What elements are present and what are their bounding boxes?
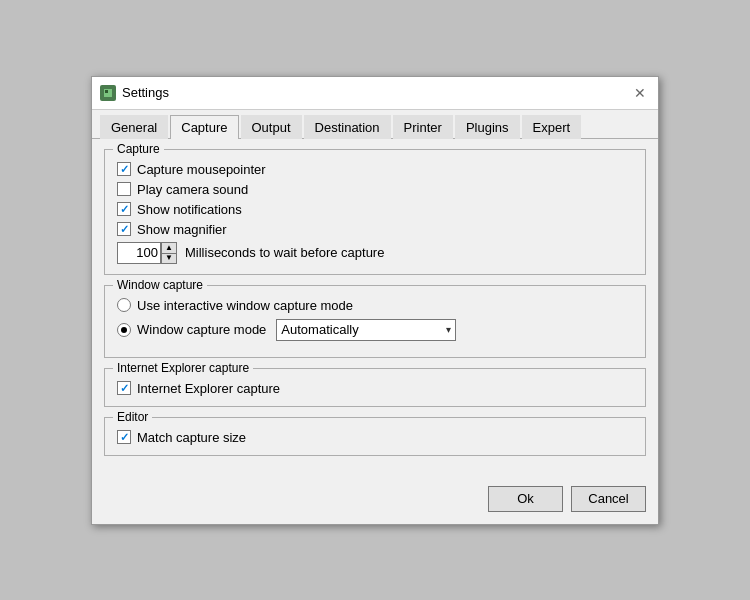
window-capture-mode-label: Window capture mode (137, 322, 266, 337)
tab-content: Capture Capture mousepointer Play camera… (92, 139, 658, 478)
ie-capture-label: Internet Explorer capture (137, 381, 280, 396)
close-button[interactable]: ✕ (630, 83, 650, 103)
ie-capture-options: Internet Explorer capture (117, 381, 633, 396)
dropdown-value: Automatically (281, 322, 442, 337)
dialog-footer: Ok Cancel (92, 478, 658, 524)
tab-expert[interactable]: Expert (522, 115, 582, 139)
tab-printer[interactable]: Printer (393, 115, 453, 139)
tab-capture[interactable]: Capture (170, 115, 238, 139)
capture-section-label: Capture (113, 142, 164, 156)
tab-bar: General Capture Output Destination Print… (92, 110, 658, 139)
interactive-capture-radio[interactable] (117, 298, 131, 312)
capture-mousepointer-checkbox[interactable] (117, 162, 131, 176)
ie-capture-row: Internet Explorer capture (117, 381, 633, 396)
window-capture-mode-row: Window capture mode Automatically ▾ (117, 319, 633, 341)
match-capture-size-label: Match capture size (137, 430, 246, 445)
svg-rect-2 (105, 90, 108, 93)
play-camera-sound-row: Play camera sound (117, 182, 633, 197)
tab-general[interactable]: General (100, 115, 168, 139)
tab-destination[interactable]: Destination (304, 115, 391, 139)
settings-window: Settings ✕ General Capture Output Destin… (91, 76, 659, 525)
tab-output[interactable]: Output (241, 115, 302, 139)
show-magnifier-label: Show magnifier (137, 222, 227, 237)
spinner-buttons: ▲ ▼ (161, 242, 177, 264)
milliseconds-label: Milliseconds to wait before capture (185, 245, 384, 260)
editor-section-label: Editor (113, 410, 152, 424)
match-capture-size-row: Match capture size (117, 430, 633, 445)
capture-mousepointer-label: Capture mousepointer (137, 162, 266, 177)
capture-mousepointer-row: Capture mousepointer (117, 162, 633, 177)
play-camera-sound-label: Play camera sound (137, 182, 248, 197)
window-capture-options: Use interactive window capture mode Wind… (117, 298, 633, 341)
capture-section: Capture Capture mousepointer Play camera… (104, 149, 646, 275)
interactive-capture-row: Use interactive window capture mode (117, 298, 633, 313)
ie-capture-section: Internet Explorer capture Internet Explo… (104, 368, 646, 407)
window-capture-mode-dropdown[interactable]: Automatically ▾ (276, 319, 456, 341)
window-capture-mode-radio[interactable] (117, 323, 131, 337)
ie-capture-section-label: Internet Explorer capture (113, 361, 253, 375)
milliseconds-input[interactable] (117, 242, 161, 264)
ie-capture-checkbox[interactable] (117, 381, 131, 395)
show-notifications-checkbox[interactable] (117, 202, 131, 216)
window-title: Settings (122, 85, 630, 100)
match-capture-size-checkbox[interactable] (117, 430, 131, 444)
play-camera-sound-checkbox[interactable] (117, 182, 131, 196)
titlebar: Settings ✕ (92, 77, 658, 110)
interactive-capture-label: Use interactive window capture mode (137, 298, 353, 313)
show-notifications-row: Show notifications (117, 202, 633, 217)
show-magnifier-row: Show magnifier (117, 222, 633, 237)
app-icon (100, 85, 116, 101)
cancel-button[interactable]: Cancel (571, 486, 646, 512)
milliseconds-row: ▲ ▼ Milliseconds to wait before capture (117, 242, 633, 264)
show-notifications-label: Show notifications (137, 202, 242, 217)
tab-plugins[interactable]: Plugins (455, 115, 520, 139)
editor-options: Match capture size (117, 430, 633, 445)
window-capture-section-label: Window capture (113, 278, 207, 292)
show-magnifier-checkbox[interactable] (117, 222, 131, 236)
spinner-down-button[interactable]: ▼ (161, 253, 177, 264)
editor-section: Editor Match capture size (104, 417, 646, 456)
chevron-down-icon: ▾ (446, 324, 451, 335)
spinner-up-button[interactable]: ▲ (161, 242, 177, 253)
ok-button[interactable]: Ok (488, 486, 563, 512)
window-capture-section: Window capture Use interactive window ca… (104, 285, 646, 358)
capture-options: Capture mousepointer Play camera sound S… (117, 162, 633, 264)
